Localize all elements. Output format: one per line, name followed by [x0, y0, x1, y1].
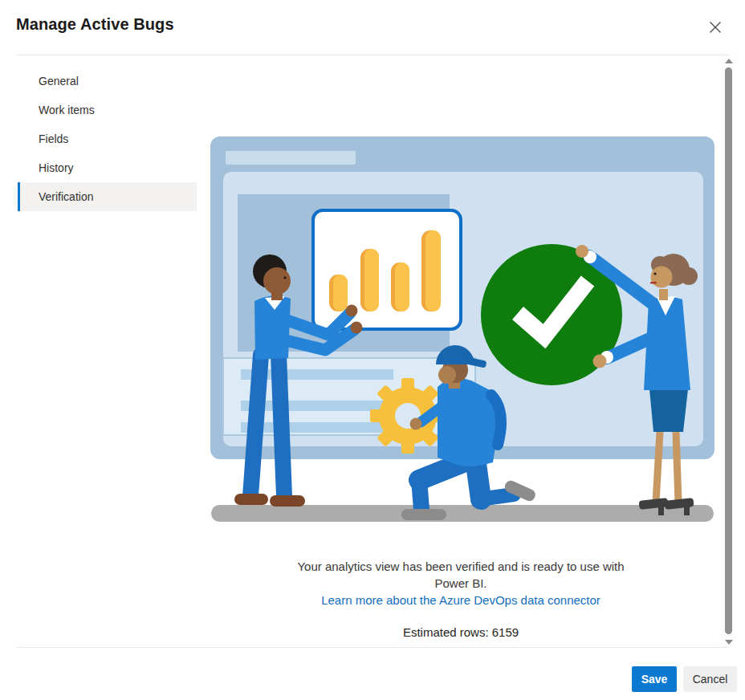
verification-message-line1: Your analytics view has been verified an…: [197, 558, 724, 575]
header-divider: [16, 55, 729, 55]
estimated-rows-text: Estimated rows: 6159: [197, 625, 724, 639]
chevron-down-icon[interactable]: [725, 640, 733, 645]
verification-message-line2: Power BI.: [197, 575, 724, 592]
sidebar-item-history[interactable]: History: [18, 153, 197, 182]
footer-divider: [16, 647, 729, 648]
settings-sidebar: General Work items Fields History Verifi…: [18, 67, 197, 211]
manage-active-bugs-dialog: Manage Active Bugs General Work items Fi…: [0, 0, 745, 700]
save-button[interactable]: Save: [632, 666, 677, 692]
vertical-scrollbar[interactable]: [722, 56, 736, 647]
illustration-ground: [211, 505, 714, 522]
verification-message: Your analytics view has been verified an…: [197, 558, 724, 608]
sidebar-item-label: General: [39, 75, 79, 88]
cancel-button[interactable]: Cancel: [683, 666, 737, 692]
sidebar-item-label: History: [39, 161, 74, 174]
sidebar-item-fields[interactable]: Fields: [18, 124, 197, 153]
learn-more-link[interactable]: Learn more about the Azure DevOps data c…: [321, 593, 600, 607]
close-icon: [709, 21, 722, 34]
sidebar-item-work-items[interactable]: Work items: [18, 96, 197, 124]
chevron-up-icon[interactable]: [725, 59, 733, 63]
sidebar-item-label: Fields: [39, 132, 68, 145]
sidebar-item-label: Verification: [39, 190, 93, 203]
illustration-chart-card: [313, 210, 461, 329]
page-title: Manage Active Bugs: [16, 15, 174, 34]
sidebar-item-general[interactable]: General: [18, 67, 197, 96]
sidebar-item-verification[interactable]: Verification: [18, 182, 197, 211]
sidebar-item-label: Work items: [39, 104, 95, 116]
close-button[interactable]: [702, 14, 729, 41]
verification-illustration: [210, 136, 714, 523]
scrollbar-thumb[interactable]: [725, 67, 732, 634]
